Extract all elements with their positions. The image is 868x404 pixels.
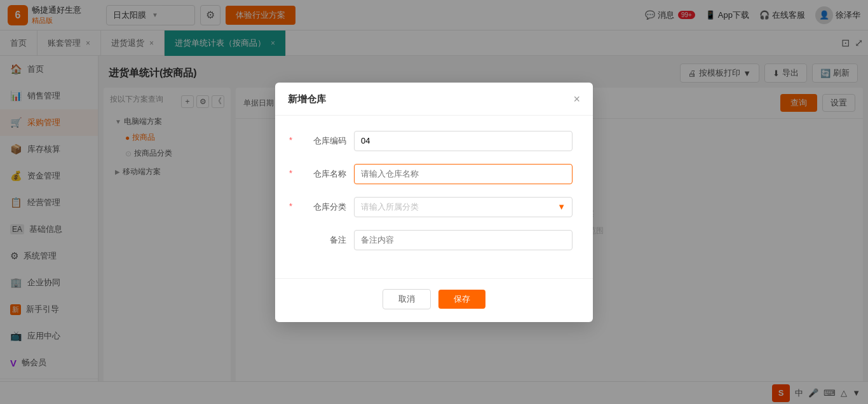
form-row-category: 仓库分类 请输入所属分类 ▼ bbox=[295, 197, 573, 217]
modal-footer: 取消 保存 bbox=[275, 278, 593, 322]
modal-header: 新增仓库 × bbox=[275, 83, 593, 116]
modal-close-button[interactable]: × bbox=[573, 93, 580, 106]
category-select[interactable]: 请输入所属分类 ▼ bbox=[354, 197, 573, 217]
form-row-remark: 备注 bbox=[295, 230, 573, 250]
remark-label: 备注 bbox=[295, 234, 346, 246]
form-row-name: 仓库名称 bbox=[295, 164, 573, 184]
category-dropdown-icon: ▼ bbox=[557, 202, 566, 212]
remark-input[interactable] bbox=[354, 230, 573, 250]
cancel-button[interactable]: 取消 bbox=[383, 289, 431, 309]
name-label: 仓库名称 bbox=[295, 168, 346, 180]
save-button[interactable]: 保存 bbox=[438, 290, 485, 309]
new-warehouse-modal: 新增仓库 × 仓库编码 仓库名称 仓库分类 请输入所属分类 ▼ bbox=[275, 83, 593, 322]
code-label: 仓库编码 bbox=[295, 135, 346, 147]
category-label: 仓库分类 bbox=[295, 201, 346, 213]
modal-overlay: 新增仓库 × 仓库编码 仓库名称 仓库分类 请输入所属分类 ▼ bbox=[0, 0, 868, 404]
warehouse-name-input[interactable] bbox=[354, 164, 573, 184]
modal-body: 仓库编码 仓库名称 仓库分类 请输入所属分类 ▼ 备注 bbox=[275, 116, 593, 273]
modal-title: 新增仓库 bbox=[288, 93, 326, 105]
warehouse-code-input[interactable] bbox=[354, 131, 573, 151]
form-row-code: 仓库编码 bbox=[295, 131, 573, 151]
